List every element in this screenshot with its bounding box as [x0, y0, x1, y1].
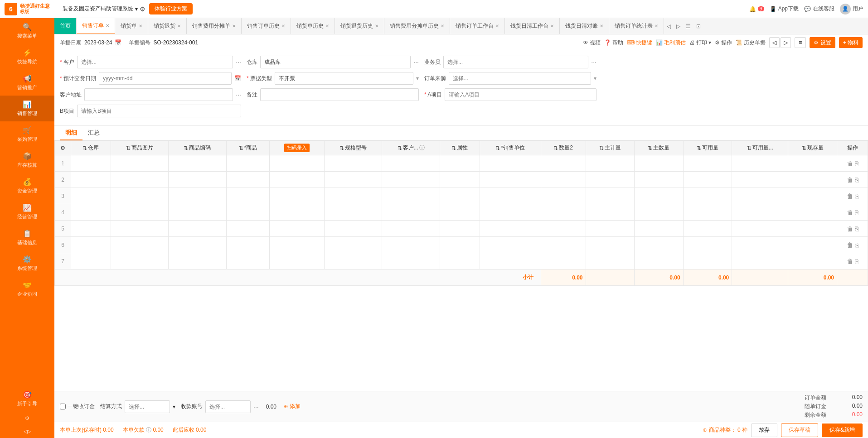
account-more-btn[interactable]: ··· — [253, 403, 259, 410]
row-4-sales-unit[interactable] — [480, 204, 541, 221]
main-unit-col-sort-icon[interactable]: ⇅ — [599, 145, 604, 151]
calendar-icon[interactable]: 📅 — [115, 39, 121, 46]
row-1-warehouse[interactable] — [71, 155, 111, 172]
tab-sales-order-workbench[interactable]: 销售订单工作台 ✕ — [450, 18, 505, 34]
row-5-sales-unit[interactable] — [480, 221, 541, 237]
row-7-delete-btn[interactable]: 🗑 — [847, 258, 853, 265]
row-4-product-code[interactable] — [169, 204, 226, 221]
save-new-btn[interactable]: 保存&新增 — [822, 424, 863, 437]
row-2-delete-btn[interactable]: 🗑 — [847, 176, 853, 183]
warehouse-input[interactable] — [260, 56, 411, 68]
settings-icon[interactable]: ⚙ — [140, 5, 145, 13]
payment-dropdown-icon[interactable]: ▾ — [173, 404, 175, 410]
tab-menu-btn[interactable]: ☰ — [683, 18, 693, 34]
row-5-delete-btn[interactable]: 🗑 — [847, 225, 853, 232]
a-project-input[interactable] — [445, 88, 596, 101]
row-3-spec-model[interactable] — [324, 188, 382, 204]
row-6-main-unit[interactable] — [586, 237, 635, 253]
row-4-spec-model[interactable] — [324, 204, 382, 221]
payment-method-input[interactable] — [125, 400, 170, 413]
prev-record-btn[interactable]: ◁ — [769, 37, 780, 48]
row-7-spec-model[interactable] — [324, 253, 382, 270]
sidebar-settings[interactable]: ⚙ — [0, 412, 54, 425]
row-4-attributes[interactable] — [440, 204, 480, 221]
row-3-warehouse[interactable] — [71, 188, 111, 204]
close-sales-order-workbench-tab[interactable]: ✕ — [495, 24, 499, 29]
tab-sales-fee-split[interactable]: 销售费用分摊单 ✕ — [187, 18, 242, 34]
product-name-col-sort-icon[interactable]: ⇅ — [239, 145, 243, 151]
row-2-customer-code[interactable] — [382, 172, 440, 188]
row-3-customer-code[interactable] — [382, 188, 440, 204]
row-7-product-name[interactable] — [226, 253, 269, 270]
row-5-spec-model[interactable] — [324, 221, 382, 237]
row-4-product-name[interactable] — [226, 204, 269, 221]
row-2-attributes[interactable] — [440, 172, 480, 188]
customer-code-col-sort-icon[interactable]: ⇅ — [398, 145, 402, 151]
row-4-main-unit[interactable] — [586, 204, 635, 221]
row-3-delete-btn[interactable]: 🗑 — [847, 193, 853, 200]
row-5-main-qty[interactable] — [635, 221, 684, 237]
row-1-customer-code[interactable] — [382, 155, 440, 172]
tab-sales-refund[interactable]: 销货退货 ✕ — [148, 18, 187, 34]
tab-cash-daily-workbench[interactable]: 钱货日清工作台 ✕ — [505, 18, 560, 34]
row-5-quantity2[interactable] — [541, 221, 586, 237]
sales-unit-col-sort-icon[interactable]: ⇅ — [495, 145, 500, 151]
sidebar-item-system[interactable]: ⚙️ 系统管理 — [0, 250, 54, 276]
user-menu[interactable]: 👤 用户 — [840, 4, 863, 14]
close-sales-refund-history-tab[interactable]: ✕ — [375, 24, 378, 29]
row-5-customer-code[interactable] — [382, 221, 440, 237]
sidebar-item-finance[interactable]: 💰 资金管理 — [0, 173, 54, 199]
row-5-product-name[interactable] — [226, 221, 269, 237]
row-7-copy-btn[interactable]: ⎘ — [855, 258, 858, 265]
shortcuts-btn[interactable]: ⌨ 快捷键 — [627, 39, 652, 47]
settings-btn[interactable]: ⚙ 设置 — [810, 37, 835, 48]
row-6-sales-unit[interactable] — [480, 237, 541, 253]
row-2-copy-btn[interactable]: ⎘ — [855, 176, 858, 183]
help-btn[interactable]: ❓ 帮助 — [604, 39, 623, 47]
view-btn[interactable]: 👁 视频 — [583, 39, 601, 47]
close-cash-daily-reconcile-tab[interactable]: ✕ — [600, 24, 603, 29]
row-3-product-code[interactable] — [169, 188, 226, 204]
product-code-col-sort-icon[interactable]: ⇅ — [184, 145, 188, 151]
customer-input[interactable] — [77, 56, 233, 68]
sidebar-collapse[interactable]: ◁▷ — [0, 425, 54, 438]
row-3-main-qty[interactable] — [635, 188, 684, 204]
row-1-delete-btn[interactable]: 🗑 — [847, 160, 853, 167]
row-7-sales-unit[interactable] — [480, 253, 541, 270]
row-5-main-unit[interactable] — [586, 221, 635, 237]
row-2-main-qty[interactable] — [635, 172, 684, 188]
tab-sales-stats[interactable]: 销售订单统计表 ✕ — [609, 18, 664, 34]
customer-more-btn[interactable]: ··· — [236, 58, 241, 66]
industry-btn[interactable]: 体验行业方案 — [149, 3, 193, 14]
one-click-order-input[interactable] — [60, 404, 66, 409]
row-6-warehouse[interactable] — [71, 237, 111, 253]
sidebar-item-guide[interactable]: 🎯 新手引导 — [0, 386, 54, 412]
tab-sales-return-history[interactable]: 销货单历史 ✕ — [291, 18, 335, 34]
row-6-spec-model[interactable] — [324, 237, 382, 253]
operations-btn[interactable]: ⚙ 操作 — [715, 39, 732, 47]
row-5-warehouse[interactable] — [71, 221, 111, 237]
account-input[interactable] — [205, 400, 251, 413]
invoice-type-input[interactable] — [275, 72, 413, 85]
invoice-dropdown-icon[interactable]: ▾ — [416, 75, 419, 82]
add-payment-btn[interactable]: ⊕ 添加 — [284, 403, 301, 410]
row-4-delete-btn[interactable]: 🗑 — [847, 209, 853, 216]
row-4-main-qty[interactable] — [635, 204, 684, 221]
row-1-copy-btn[interactable]: ⎘ — [855, 160, 858, 167]
list-view-btn[interactable]: ≡ — [795, 37, 806, 48]
delivery-calendar-icon[interactable]: 📅 — [234, 75, 241, 82]
available-qty-col-sort-icon[interactable]: ⇅ — [697, 145, 701, 151]
tab-home[interactable]: 首页 — [54, 18, 77, 34]
save-draft-btn[interactable]: 保存草稿 — [781, 424, 818, 437]
row-1-main-unit[interactable] — [586, 155, 635, 172]
row-7-main-unit[interactable] — [586, 253, 635, 270]
row-3-main-unit[interactable] — [586, 188, 635, 204]
row-1-product-name[interactable] — [226, 155, 269, 172]
system-name-dropdown[interactable]: 装备及固定资产辅助管理系统 ▾ ⚙ — [63, 5, 145, 13]
row-6-customer-code[interactable] — [382, 237, 440, 253]
tab-sales-refund-history[interactable]: 销货退货历史 ✕ — [335, 18, 384, 34]
row-4-quantity2[interactable] — [541, 204, 586, 221]
discard-btn[interactable]: 放弃 — [751, 424, 777, 437]
row-1-main-qty[interactable] — [635, 155, 684, 172]
add-items-btn[interactable]: + 物料 — [839, 37, 863, 48]
